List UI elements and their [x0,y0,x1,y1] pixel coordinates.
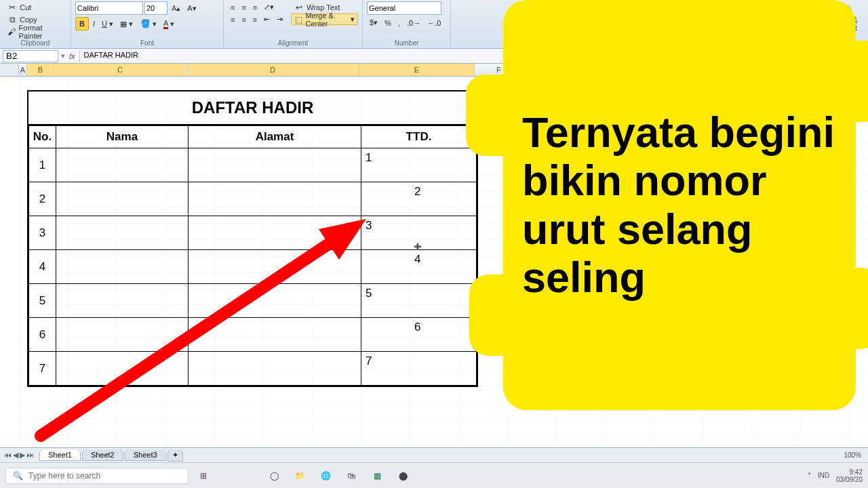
group-label-number: Number [367,38,446,48]
tab-nav-last-icon[interactable]: ⏭ [26,451,34,460]
col-e[interactable]: E [359,64,475,76]
table-title: DAFTAR HADIR [28,92,477,125]
group-label-clipboard: Clipboard [4,38,66,48]
percent-button[interactable]: % [382,17,394,28]
windows-taskbar: 🔍 Type here to search ⊞ ◯ 📁 🌐 🛍 ▦ ⬤ ˄ IN… [0,462,868,488]
sheet-tabs-bar: ⏮ ◀ ▶ ⏭ Sheet1 Sheet2 Sheet3 ✦ 100% [0,447,868,462]
italic-button[interactable]: I [90,18,98,30]
col-a[interactable]: A [19,64,27,76]
table-row[interactable]: 77 [29,352,477,386]
tab-nav-prev-icon[interactable]: ◀ [13,451,18,460]
tray-chevron-icon[interactable]: ˄ [808,472,811,479]
task-view-icon[interactable]: ⊞ [193,465,214,487]
indent-inc-button[interactable]: ⇥ [274,14,285,25]
explorer-icon[interactable]: 📁 [289,465,311,487]
header-no: No. [29,126,56,148]
fx-icon[interactable]: fx [65,52,79,60]
merge-center-button[interactable]: ⬚Merge & Center ▾ [291,14,358,25]
cortana-icon[interactable]: ◯ [263,465,285,487]
bold-button[interactable]: B [75,17,89,30]
decrease-decimal-button[interactable]: ←.0 [425,17,443,28]
align-center-button[interactable]: ≡ [239,14,248,25]
scissors-icon: ✂ [7,2,18,13]
sheet-tab-2[interactable]: Sheet2 [82,449,123,461]
number-format-select[interactable] [367,1,441,15]
table-row[interactable]: 55 [29,284,477,318]
obs-icon[interactable]: ⬤ [392,465,414,487]
bucket-icon: 🪣 [140,18,151,29]
align-top-button[interactable]: ≡ [228,1,237,13]
table-row[interactable]: 66 [29,318,477,352]
font-size-select[interactable] [144,1,167,15]
sheet-tab-3[interactable]: Sheet3 [125,449,166,461]
format-painter-button[interactable]: 🖌Format Painter [4,26,66,37]
clock-time[interactable]: 9:42 [836,468,863,476]
select-all-corner[interactable] [0,64,19,76]
name-box[interactable] [3,50,58,62]
header-alamat: Alamat [189,126,361,148]
thumbnail-callout: Ternyata begini bikin nomor urut selang … [503,0,856,410]
increase-font-button[interactable]: A▴ [169,3,183,14]
new-sheet-button[interactable]: ✦ [167,449,183,462]
col-b[interactable]: B [27,64,54,76]
font-name-select[interactable] [75,1,143,15]
currency-button[interactable]: $▾ [367,17,380,28]
new-sheet-icon: ✦ [172,451,178,460]
align-left-button[interactable]: ≡ [228,14,237,25]
indent-dec-button[interactable]: ⇤ [261,14,273,25]
header-nama: Nama [56,126,189,148]
wrap-icon: ↩ [294,2,304,13]
search-placeholder: Type here to search [28,471,100,481]
comma-button[interactable]: , [395,17,403,28]
table-row[interactable]: 44 [29,250,477,284]
sheet-tab-1[interactable]: Sheet1 [39,449,81,461]
brush-icon: 🖌 [7,26,17,37]
align-right-button[interactable]: ≡ [250,14,260,25]
clock-date[interactable]: 03/09/20 [836,476,863,483]
tab-nav-first-icon[interactable]: ⏮ [4,451,12,460]
table-header-row: No. Nama Alamat TTD. [29,126,477,148]
language-indicator[interactable]: IND [818,472,829,479]
merge-icon: ⬚ [294,14,303,25]
table-row[interactable]: 33 [29,216,477,250]
underline-button[interactable]: U ▾ [99,18,116,30]
group-label-alignment: Alignment [228,38,358,48]
store-icon[interactable]: 🛍 [340,465,362,487]
copy-icon: ⧉ [7,14,18,25]
header-ttd: TTD. [361,126,477,148]
callout-text: Ternyata begini bikin nomor urut selang … [522,108,837,302]
cut-button[interactable]: ✂Cut [4,1,66,13]
fill-color-button[interactable]: 🪣▾ [137,18,159,30]
col-d[interactable]: D [186,64,359,76]
table-row[interactable]: 11 [29,148,477,182]
edge-icon[interactable]: 🌐 [315,465,336,487]
font-color-button[interactable]: A▾ [161,18,177,30]
zoom-level[interactable]: 100% [837,451,868,459]
col-c[interactable]: C [54,64,186,76]
align-bottom-button[interactable]: ≡ [250,1,260,13]
table-row[interactable]: 22 [29,182,477,216]
attendance-table: DAFTAR HADIR No. Nama Alamat TTD. 112233… [27,90,478,387]
excel-icon[interactable]: ▦ [366,465,388,487]
border-button[interactable]: ▦ ▾ [117,18,136,30]
decrease-font-button[interactable]: A▾ [184,3,199,14]
taskbar-search[interactable]: 🔍 Type here to search [5,468,189,484]
group-label-font: Font [75,38,219,48]
orientation-button[interactable]: ⤢▾ [261,1,277,13]
increase-decimal-button[interactable]: .0→ [404,17,423,28]
search-icon: 🔍 [13,471,23,481]
tab-nav-next-icon[interactable]: ▶ [20,451,25,460]
align-middle-button[interactable]: ≡ [239,1,248,13]
